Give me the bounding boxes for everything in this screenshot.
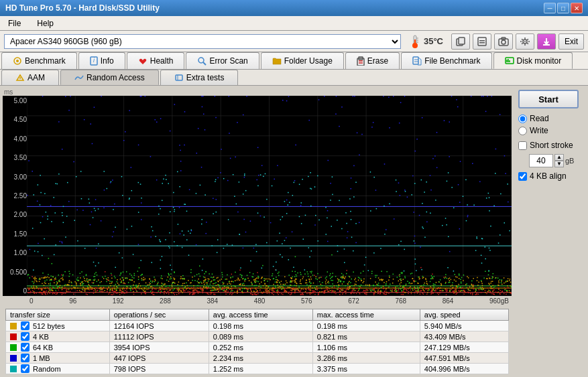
y-label-7: 1.50	[3, 230, 27, 238]
cell-operations: 447 IOPS	[109, 353, 209, 364]
y-label-5: 2.50	[3, 192, 27, 200]
menu-help[interactable]: Help	[34, 18, 56, 29]
x-label-6: 576	[301, 297, 312, 305]
cell-max-access: 0.821 ms	[312, 331, 420, 342]
y-label-3: 3.50	[3, 154, 27, 161]
maximize-button[interactable]: □	[557, 3, 569, 13]
y-label-10: 0	[3, 287, 27, 295]
short-stroke-value[interactable]	[529, 154, 553, 167]
tab-error-scan-label: Error Scan	[209, 56, 247, 66]
read-radio[interactable]	[518, 115, 527, 123]
x-label-2: 192	[113, 297, 124, 305]
spin-up-button[interactable]: ▲	[554, 154, 564, 161]
chart-area: 5.00 4.50 4.00 3.50 3.00 2.50 2.00 1.50 …	[3, 96, 512, 296]
cell-avg-speed: 43.409 MB/s	[420, 331, 508, 342]
copy2-icon-btn[interactable]	[473, 33, 491, 50]
svg-rect-2	[414, 40, 416, 46]
cell-avg-access: 0.252 ms	[209, 342, 312, 353]
filebenchmark-icon	[412, 56, 422, 66]
cell-avg-speed: 247.129 MB/s	[420, 342, 508, 353]
x-label-10: 960gB	[489, 297, 509, 305]
cell-transfer-size: 512 bytes	[6, 321, 110, 331]
health-icon	[138, 56, 148, 66]
disk-selector[interactable]: Apacer AS340 960GB (960 gB)	[4, 34, 401, 49]
extra-tests-icon	[174, 74, 184, 82]
write-option[interactable]: Write	[518, 126, 584, 135]
folder-icon	[272, 57, 282, 65]
tab-folder-usage[interactable]: Folder Usage	[261, 52, 344, 69]
tab-info[interactable]: i Info	[78, 52, 125, 69]
x-label-9: 864	[443, 297, 454, 305]
exit-button[interactable]: Exit	[558, 33, 584, 50]
write-radio[interactable]	[518, 127, 527, 135]
settings-icon	[520, 37, 530, 46]
copy-icon	[456, 37, 465, 46]
random-access-icon	[74, 74, 84, 82]
y-label-0: 5.00	[3, 97, 27, 104]
minimize-button[interactable]: ─	[544, 3, 556, 13]
tab-bar-sub: AAM Random Access Extra tests	[0, 70, 588, 86]
x-label-0: 0	[30, 297, 34, 305]
tab-disk-monitor[interactable]: Disk monitor	[493, 52, 573, 69]
tab-random-access[interactable]: Random Access	[60, 70, 159, 85]
short-stroke-option[interactable]: Short stroke	[518, 141, 584, 150]
x-axis: 0 96 192 288 384 480 576 672 768 864 960…	[3, 296, 512, 306]
copy-icon-btn[interactable]	[451, 33, 470, 50]
temperature-display: 35°C	[404, 33, 449, 50]
y-label-9: 0.500	[3, 269, 27, 276]
spin-down-button[interactable]: ▼	[554, 161, 564, 167]
align-checkbox[interactable]	[518, 172, 527, 181]
tab-benchmark[interactable]: Benchmark	[1, 52, 77, 69]
tab-erase[interactable]: Erase	[345, 52, 400, 69]
svg-rect-10	[479, 42, 485, 44]
benchmark-chart	[27, 96, 512, 296]
x-label-8: 768	[395, 297, 406, 305]
cell-avg-access: 1.252 ms	[209, 364, 312, 374]
download-icon-btn[interactable]	[537, 33, 556, 50]
cell-operations: 12164 IOPS	[109, 321, 209, 331]
close-button[interactable]: ✕	[571, 3, 583, 13]
tab-extra-tests-label: Extra tests	[186, 73, 225, 82]
thermometer-icon	[409, 34, 421, 49]
x-label-7: 672	[348, 297, 359, 305]
right-panel: Start Read Write Short stroke ▲ ▼	[514, 86, 588, 377]
tab-info-label: Info	[101, 56, 114, 66]
y-label-6: 2.00	[3, 211, 27, 218]
tab-benchmark-label: Benchmark	[25, 56, 66, 66]
table-row: 1 MB447 IOPS2.234 ms3.286 ms447.591 MB/s	[6, 353, 509, 364]
tab-health[interactable]: Health	[127, 52, 185, 69]
read-option[interactable]: Read	[518, 114, 584, 123]
svg-line-22	[203, 62, 206, 65]
tab-bar-main: Benchmark i Info Health Error Scan Folde…	[0, 52, 588, 70]
tab-health-label: Health	[150, 56, 174, 66]
main-content: ms 5.00 4.50 4.00 3.50 3.00 2.50 2.00 1.…	[0, 86, 588, 377]
tab-aam[interactable]: AAM	[1, 70, 59, 85]
camera-icon	[498, 37, 509, 46]
tab-extra-tests[interactable]: Extra tests	[160, 70, 239, 85]
cell-max-access: 3.375 ms	[312, 364, 420, 374]
download-icon	[542, 37, 551, 46]
settings-icon-btn[interactable]	[516, 33, 534, 50]
y-label-4: 3.00	[3, 173, 27, 181]
tab-aam-label: AAM	[27, 73, 45, 82]
camera-icon-btn[interactable]	[494, 33, 513, 50]
x-label-5: 480	[254, 297, 266, 305]
align-option[interactable]: 4 KB align	[518, 171, 584, 181]
svg-point-12	[502, 40, 506, 44]
window-controls: ─ □ ✕	[544, 3, 583, 13]
x-label-1: 96	[69, 297, 76, 305]
menu-file[interactable]: File	[5, 18, 23, 29]
cell-operations: 798 IOPS	[109, 364, 209, 374]
col-operations: operations / sec	[109, 309, 209, 321]
tab-file-benchmark[interactable]: File Benchmark	[401, 52, 491, 69]
tab-error-scan[interactable]: Error Scan	[186, 52, 259, 69]
errorscan-icon	[197, 56, 207, 66]
aam-icon	[15, 74, 25, 82]
short-stroke-checkbox[interactable]	[518, 141, 527, 150]
x-label-4: 384	[207, 297, 218, 305]
cell-avg-access: 2.234 ms	[209, 353, 312, 364]
start-button[interactable]: Start	[518, 90, 579, 108]
col-transfer-size: transfer size	[6, 309, 110, 321]
svg-point-21	[198, 58, 204, 63]
svg-rect-27	[413, 57, 418, 64]
